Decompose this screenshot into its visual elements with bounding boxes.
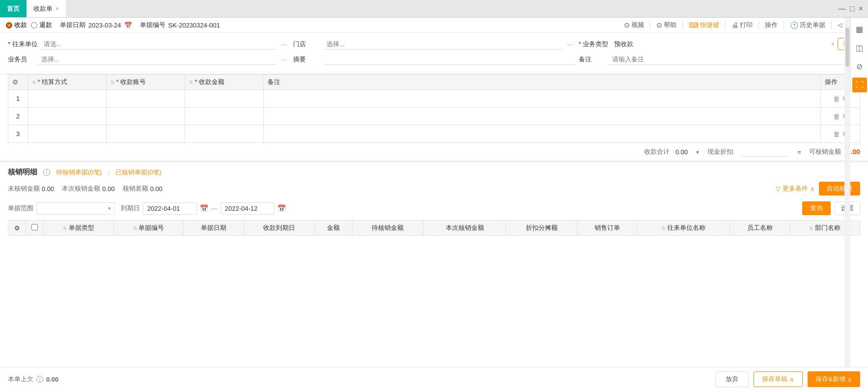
receipt-radio-label[interactable]: 收款 [6,21,27,29]
sidebar-icon-2[interactable]: ◫ [852,40,867,55]
print-btn[interactable]: 🖨 打印 [732,21,753,29]
store-label: 门店 [293,40,321,49]
tab-home[interactable]: 首页 [0,0,27,17]
discount-label: 现金折扣: [707,147,735,156]
row-1-amount[interactable] [185,90,264,108]
tab-receipt[interactable]: 收款单 × [27,0,66,17]
auto-reconcile-btn[interactable]: 自动核销 [819,182,860,196]
row-3-account[interactable] [107,125,185,143]
sidebar-icon-1[interactable]: ▦ [852,22,867,36]
date-from-calendar-icon[interactable]: 📅 [200,204,208,212]
save-draft-chevron-icon: ∧ [789,376,794,383]
more-filter-btn[interactable]: ▽ 更多条件 ∧ [776,184,815,193]
operation-btn[interactable]: 操作 [765,21,778,29]
tab-receipt-close[interactable]: × [55,5,59,12]
current-label: 本次核销金额 [62,184,100,193]
query-btn[interactable]: 查询 [802,201,831,215]
row-2-amount[interactable] [185,108,264,125]
operation-label: 操作 [765,21,778,29]
biz-type-required: * [579,40,581,48]
date-to-input[interactable] [220,202,274,215]
help-label: 帮助 [664,21,677,29]
refund-radio-label[interactable]: 退款 [31,21,52,29]
row-2-settle[interactable] [28,108,107,125]
range-select[interactable] [36,202,115,215]
pending-tab-link[interactable]: 待核销单据(0笔) [56,168,102,177]
sidebar-icon-4[interactable]: ⛶ [852,78,867,92]
row-3-amount[interactable] [185,125,264,143]
save-new-button[interactable]: 保存&新增 ∧ [808,371,860,387]
row-3-remark[interactable] [264,125,821,143]
available-label: 可核销金额 [809,147,841,156]
unchecked-value: 0.00 [42,185,54,193]
th-account-label: 收款账号 [120,78,146,85]
tab-bar: 首页 收款单 × — □ × [0,0,868,18]
scrollbar-thumb[interactable] [845,28,849,67]
win-min-button[interactable]: — [838,4,846,13]
sidebar-icon-3[interactable]: ⊘ [852,59,867,74]
done-tab-link[interactable]: 已核销单据(0笔) [115,168,162,177]
row-1-delete-icon[interactable]: 🗑 [833,95,840,103]
win-max-button[interactable]: □ [850,4,855,13]
table-gear-icon[interactable]: ⚙ [12,78,19,86]
note-label: 备注 [579,55,606,64]
print-label: 打印 [740,21,753,29]
reconcile-header: 核销明细 i 待核销单据(0笔) | 已核销单据(0笔) [8,168,860,177]
table-row: 1 🗑 ⧉ [8,90,860,108]
th-staff-label: 员工名称 [747,224,773,231]
row-1-remark[interactable] [264,90,821,108]
staff-more-btn[interactable]: ··· [280,56,290,63]
partner-input[interactable] [41,39,277,50]
reconcile-info-icon[interactable]: i [43,169,50,176]
note-input[interactable] [609,54,860,65]
row-3-op: 🗑 ⧉ [821,125,860,143]
date-calendar-icon[interactable]: 📅 [124,22,132,29]
biz-type-dropdown-icon[interactable]: ▾ [831,40,835,48]
more-filter-label: 更多条件 [783,184,808,193]
filter-icon: ▽ [776,185,781,193]
tab-separator: | [108,168,109,176]
video-btn[interactable]: ⊙ 视频 [624,21,644,29]
doc-date-label: 单据日期 [60,21,85,29]
th-operation-label: 操作 [825,78,838,85]
win-close-button[interactable]: × [859,4,863,13]
summary-field: 摘要 [293,54,574,65]
store-input[interactable] [324,39,562,50]
main-content: 收款 退款 单据日期 2023-03-24 📅 单据编号 SK-20230324… [0,18,868,391]
summary-input[interactable] [324,54,574,65]
receipt-radio[interactable] [6,22,12,28]
partner-more-btn[interactable]: ··· [280,40,290,48]
shortcut-btn[interactable]: ⌨ 快捷键 [689,21,719,29]
prev-info-icon[interactable]: i [36,376,43,383]
staff-input[interactable] [38,54,277,65]
due-date-filter-group: 到期日 📅 — 📅 [121,202,286,215]
divider-3 [725,21,726,29]
date-to-calendar-icon[interactable]: 📅 [277,204,286,212]
layout-btn-1[interactable]: ◁ [838,22,842,28]
summary-label: 摘要 [293,55,321,64]
th-amount: 金额 [315,221,352,236]
row-1-settle[interactable] [28,90,107,108]
history-btn[interactable]: 🕐 历史单据 [790,21,825,29]
help-icon: ⊙ [656,21,662,29]
refund-radio[interactable] [31,22,37,28]
table-gear-icon-2[interactable]: ⚙ [14,224,20,232]
save-draft-button[interactable]: 保存草稿 ∧ [754,371,803,387]
discard-button[interactable]: 放弃 [715,371,749,387]
settle-sort-icon: ⇅ [32,80,36,85]
th-pending-label: 待核销金额 [372,224,404,231]
row-3-delete-icon[interactable]: 🗑 [833,130,840,138]
store-more-btn[interactable]: ··· [565,40,575,48]
discount-input[interactable] [740,147,789,157]
unchecked-stat: 未核销金额 0.00 [8,184,54,193]
row-3-settle[interactable] [28,125,107,143]
row-1-account[interactable] [107,90,185,108]
help-btn[interactable]: ⊙ 帮助 [656,21,677,29]
total-value: 0.00 [676,148,688,156]
date-from-input[interactable] [143,202,197,215]
row-2-account[interactable] [107,108,185,125]
row-2-remark[interactable] [264,108,821,125]
diff-value: 0.00 [150,185,163,193]
row-2-delete-icon[interactable]: 🗑 [833,112,840,120]
select-all-checkbox[interactable] [31,224,38,230]
